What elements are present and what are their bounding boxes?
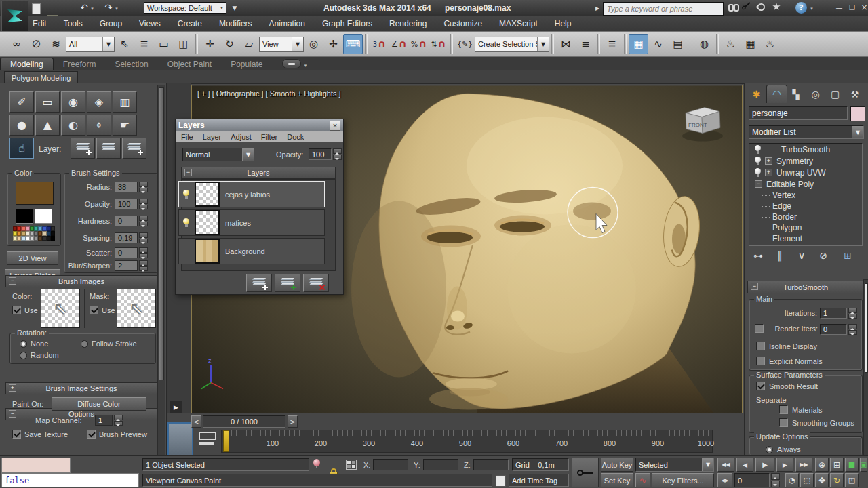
new-file-button[interactable]	[32, 3, 42, 14]
menu-graph-editors[interactable]: Graph Editors	[322, 19, 372, 28]
make-unique-icon[interactable]: ∨	[793, 249, 810, 262]
fill-tool[interactable]: ◈	[87, 92, 111, 113]
isoline-display-checkbox[interactable]	[756, 342, 765, 350]
smoothing-groups-checkbox[interactable]	[779, 418, 788, 427]
layer-opacity-field[interactable]: 100	[309, 148, 332, 160]
layer-visibility-icon[interactable]	[183, 190, 189, 199]
menu-modifiers[interactable]: Modifiers	[219, 19, 252, 28]
3dsmax-logo[interactable]	[1, 1, 28, 31]
menu-help[interactable]: Help	[555, 19, 572, 28]
select-by-name-icon[interactable]: ≣	[134, 34, 154, 54]
previous-frame-button[interactable]: <	[191, 415, 201, 428]
smudge-tool[interactable]: ☛	[113, 115, 137, 136]
layers-menu-dock[interactable]: Dock	[287, 133, 304, 141]
current-frame-field[interactable]: 0	[734, 473, 770, 487]
render-iters-spinner[interactable]	[848, 324, 857, 335]
tab-modify-icon[interactable]: ◠	[766, 85, 787, 103]
delete-layer-button[interactable]	[303, 274, 329, 292]
palette-swatch[interactable]	[51, 226, 55, 231]
scatter-field[interactable]: 0	[115, 247, 138, 258]
undo-caret-icon[interactable]: ▾	[90, 5, 95, 12]
palette-swatch[interactable]	[51, 236, 55, 241]
modifier-list-dropdown-icon[interactable]: ▼	[852, 126, 863, 138]
redo-caret-icon[interactable]: ▾	[114, 5, 119, 12]
key-mode-dropdown[interactable]: Selected ▼	[635, 458, 714, 472]
collapse-icon[interactable]: −	[751, 283, 758, 290]
render-iters-field[interactable]: 0	[820, 324, 847, 335]
drag-hand-tool[interactable]: ☝	[9, 138, 34, 159]
search-icon[interactable]	[728, 4, 741, 12]
auto-key-button[interactable]: Auto Key	[601, 458, 633, 472]
ribbon-minimize-caret-icon[interactable]: ▾	[301, 63, 311, 68]
scrollbar-thumb[interactable]	[865, 283, 868, 373]
paint-brush-tool[interactable]: ✐	[9, 92, 34, 113]
render-setup-icon[interactable]: ♨	[721, 34, 741, 54]
named-selection-set-dropdown-icon[interactable]: ▼	[537, 37, 549, 51]
spacing-spinner[interactable]	[139, 232, 148, 243]
undo-button[interactable]: ↶	[79, 1, 90, 14]
map-channel-spinner[interactable]	[114, 415, 123, 426]
minimize-button[interactable]: —	[834, 3, 844, 12]
layer-rotate-tool[interactable]	[96, 138, 121, 159]
update-always-option[interactable]: Always	[766, 445, 801, 453]
layers-dialog[interactable]: Layers × File Layer Adjust Filter Dock N…	[175, 119, 344, 295]
zoom-extents-icon[interactable]: ■	[845, 458, 859, 472]
material-editor-icon[interactable]: ◍	[694, 34, 714, 54]
rendered-frame-window-icon[interactable]: ▦	[741, 34, 760, 54]
use-mask-image-checkbox[interactable]	[90, 306, 98, 314]
menu-animation[interactable]: Animation	[269, 19, 305, 28]
go-to-end-button[interactable]: ▶▶	[795, 458, 812, 472]
rotation-random-option[interactable]: Random	[20, 351, 59, 359]
key-icon[interactable]	[741, 1, 755, 15]
next-frame-button[interactable]: >	[288, 415, 298, 428]
spacing-field[interactable]: 0,19	[115, 232, 138, 243]
named-selection-set-dropdown[interactable]: Create Selection Set ▼	[475, 37, 549, 52]
notes-icon[interactable]	[496, 475, 506, 487]
paint-on-button[interactable]: Diffuse Color	[52, 397, 146, 411]
tab-utilities-icon[interactable]: ⚒	[845, 86, 865, 102]
percent-snap-icon[interactable]: %∩	[409, 34, 429, 54]
search-flyout-icon[interactable]: ▶	[594, 4, 601, 12]
keyboard-shortcut-override-icon[interactable]: ⌨	[343, 34, 363, 54]
render-production-icon[interactable]: ♨	[760, 34, 780, 54]
selection-filter-dropdown-icon[interactable]: ▼	[102, 37, 114, 51]
set-key-button[interactable]: Set Key	[601, 473, 633, 487]
hardness-spinner[interactable]	[139, 216, 148, 226]
communication-icon[interactable]	[757, 3, 767, 12]
isoline-display-option[interactable]: Isoline Display	[756, 342, 817, 350]
palette-swatch[interactable]	[51, 231, 55, 236]
rotation-random-radio[interactable]	[20, 352, 27, 359]
frame-readout-field[interactable]: 0 / 1000	[203, 415, 285, 428]
reference-coordinate-dropdown-icon[interactable]: ▼	[292, 37, 303, 51]
layers-rollout[interactable]: − Layers	[181, 167, 336, 179]
explicit-normals-checkbox[interactable]	[756, 357, 765, 365]
hardness-field[interactable]: 0	[115, 216, 138, 226]
curve-editor-icon[interactable]: ∿	[648, 34, 668, 54]
rotation-follow-option[interactable]: Follow Stroke	[81, 340, 137, 348]
restore-button[interactable]: ❐	[847, 3, 857, 12]
play-animation-button[interactable]: ▶	[755, 458, 774, 472]
explicit-normals-option[interactable]: Explicit Normals	[756, 357, 823, 365]
zoom-extents-all-icon[interactable]: ▣	[860, 458, 867, 472]
bind-spacewarp-icon[interactable]: ≋	[46, 34, 66, 54]
radius-spinner[interactable]	[139, 182, 148, 192]
background-color-swatch[interactable]	[35, 209, 52, 224]
add-time-tag-field[interactable]: Add Time Tag	[509, 474, 569, 487]
rotation-none-radio[interactable]	[20, 340, 27, 348]
select-rotate-icon[interactable]: ↻	[220, 34, 239, 54]
foreground-color-swatch[interactable]	[16, 209, 33, 224]
menu-rendering[interactable]: Rendering	[389, 19, 427, 28]
expand-panel-button[interactable]: ▶	[170, 401, 182, 413]
pan-hand-icon[interactable]: ✥	[815, 473, 829, 487]
stack-item-symmetry[interactable]: + Symmetry	[749, 155, 862, 167]
layer-row-matices[interactable]: matices	[178, 209, 325, 236]
ribbon-minimize-icon[interactable]	[282, 59, 301, 68]
iterations-spinner[interactable]	[848, 308, 857, 319]
menu-edit[interactable]: Edit	[33, 19, 47, 28]
menu-views[interactable]: Views	[139, 19, 161, 28]
snaps-toggle-icon[interactable]: 3∩	[370, 34, 389, 54]
current-frame-spinner[interactable]	[771, 473, 780, 487]
menu-group[interactable]: Group	[100, 19, 122, 28]
scene-explorer-icon[interactable]: ▦	[629, 34, 648, 54]
align-icon[interactable]: ≡	[576, 34, 595, 54]
